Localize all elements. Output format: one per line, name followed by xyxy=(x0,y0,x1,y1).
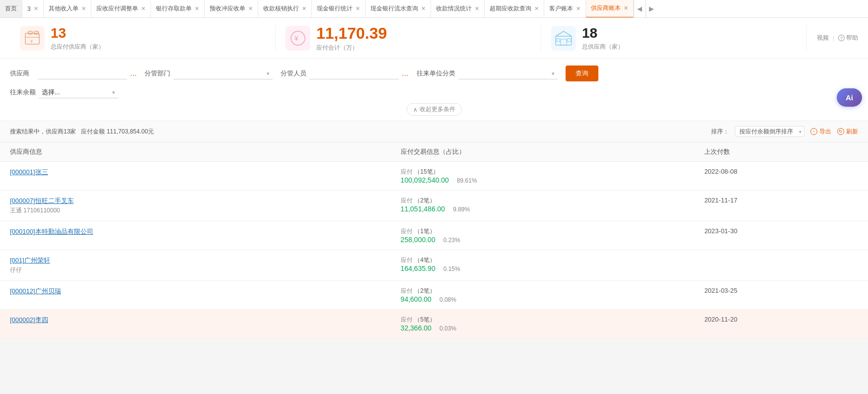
table-row: [001]广州荣轩 仔仔 应付 （4笔） 164,635.900.15% xyxy=(0,250,868,281)
amount-4: 164,635.90 xyxy=(401,264,435,272)
nav-tab-customer-book[interactable]: 客户账本 ✕ xyxy=(544,0,586,18)
supplier-info-2: [000007]恒旺二手叉车 王通 17106110000 xyxy=(0,191,391,221)
nav-tab-cash-bank-stat-label: 现金银行统计 xyxy=(317,4,353,13)
nav-tab-3-close[interactable]: ✕ xyxy=(34,5,38,12)
percent-2: 9.89% xyxy=(445,206,470,213)
stat-text-amount: 11,170.39 应付合计（万） xyxy=(316,24,531,52)
person-input[interactable] xyxy=(309,67,399,79)
sort-label-text: 排序： xyxy=(711,128,729,136)
supplier-input[interactable] xyxy=(38,67,127,79)
nav-left-arrow[interactable]: ◀ xyxy=(634,0,646,18)
sort-select[interactable]: 按应付余额倒序排序 按应付余额升序排序 按上次付款日期排序 xyxy=(735,126,804,137)
supplier-info-4: [001]广州荣轩 仔仔 xyxy=(0,250,391,281)
nav-tab-bank-deposit[interactable]: 银行存取款单 ✕ xyxy=(151,0,205,18)
percent-6: 0.03% xyxy=(432,325,456,332)
tx-label-3: 应付 xyxy=(401,228,413,235)
tx-count-1: （15笔） xyxy=(414,168,438,175)
table-row: [000002]李四 应付 （5笔） 32,366.000.03% 2020-1… xyxy=(0,310,868,338)
nav-tab-cash-bank-stat-close[interactable]: ✕ xyxy=(356,5,360,12)
lastdate-6: 2020-11-20 xyxy=(694,310,868,338)
nav-tab-overdue-query-close[interactable]: ✕ xyxy=(534,5,539,12)
nav-tab-receipt-stat-close[interactable]: ✕ xyxy=(475,5,479,12)
result-actions: 排序： 按应付余额倒序排序 按应付余额升序排序 按上次付款日期排序 ↑ 导出 ↻… xyxy=(711,126,858,137)
query-button[interactable]: 查询 xyxy=(566,66,598,81)
table-row: [000012]广州贝瑞 应付 （2笔） 94,600.000.08% 2021… xyxy=(0,281,868,310)
nav-tab-cash-bank-query[interactable]: 现金银行流水查询 ✕ xyxy=(365,0,431,18)
export-button[interactable]: ↑ 导出 xyxy=(810,128,831,136)
stats-bar: ¥ 13 总应付供应商（家） ¥ 11,170.39 应付合计（万） xyxy=(0,18,868,59)
store-icon xyxy=(551,26,576,51)
tx-info-1: 应付 （15笔） 100,092,540.0089.61% xyxy=(391,162,695,191)
nav-tab-prepay-offset[interactable]: 预收冲应收单 ✕ xyxy=(205,0,258,18)
supplier-link-1[interactable]: [000001]张三 xyxy=(10,168,48,176)
nav-tab-supplier-book[interactable]: 供应商账本 ✕ xyxy=(586,0,634,18)
balance-filter-label: 往来余额 xyxy=(10,88,36,97)
category-filter-label: 往来单位分类 xyxy=(417,69,455,78)
result-amount-text: 应付金额 111,703,854.00元 xyxy=(81,128,154,136)
nav-tab-ar-ap-adjust-close[interactable]: ✕ xyxy=(141,5,145,12)
help-link[interactable]: ? 帮助 xyxy=(838,34,858,42)
nav-tab-prepay-offset-close[interactable]: ✕ xyxy=(248,5,253,12)
nav-tab-cash-bank-query-close[interactable]: ✕ xyxy=(421,5,426,12)
nav-tab-other-income[interactable]: 其他收入单 ✕ xyxy=(44,0,91,18)
supplier-info-6: [000002]李四 xyxy=(0,310,391,338)
nav-tab-receipt-stat[interactable]: 收款情况统计 ✕ xyxy=(431,0,485,18)
supplier-link-5[interactable]: [000012]广州贝瑞 xyxy=(10,287,61,295)
table-body: [000001]张三 应付 （15笔） 100,092,540.0089.61%… xyxy=(0,162,868,338)
nav-tab-other-income-close[interactable]: ✕ xyxy=(81,5,86,12)
top-right-links: 视频 | ? 帮助 xyxy=(807,34,858,42)
supplier-sub-4: 仔仔 xyxy=(10,266,381,274)
svg-rect-10 xyxy=(568,39,571,42)
percent-3: 0.23% xyxy=(435,237,460,244)
nav-tab-home[interactable]: 首页 xyxy=(0,0,22,18)
stat-block-suppliers: ¥ 13 总应付供应商（家） xyxy=(10,25,276,51)
svg-text:?: ? xyxy=(840,36,843,41)
table-header: 供应商信息 应付交易信息（占比） 上次付数 xyxy=(0,142,868,162)
nav-right-arrow[interactable]: ▶ xyxy=(646,0,657,18)
money-icon: ¥ xyxy=(286,26,310,51)
tx-label-1: 应付 xyxy=(401,168,413,175)
nav-tab-cash-bank-stat[interactable]: 现金银行统计 ✕ xyxy=(312,0,365,18)
percent-4: 0.15% xyxy=(435,265,460,272)
nav-tab-3[interactable]: 3 ✕ xyxy=(22,0,44,18)
result-bar: 搜索结果中，供应商13家 应付金额 111,703,854.00元 排序： 按应… xyxy=(0,121,868,142)
nav-tab-bank-deposit-label: 银行存取款单 xyxy=(156,4,192,13)
table-row: [000100]本特勤油品有限公司 应付 （1笔） 258,000.000.23… xyxy=(0,221,868,250)
video-link[interactable]: 视频 xyxy=(817,34,829,42)
col-header-lastpay: 上次付数 xyxy=(694,142,868,162)
nav-tab-prepay-offset-label: 预收冲应收单 xyxy=(210,4,245,13)
supplier-link-2[interactable]: [000007]恒旺二手叉车 xyxy=(10,197,74,204)
balance-select[interactable]: 选择... xyxy=(39,86,118,98)
amount-5: 94,600.00 xyxy=(401,295,432,303)
supplier-info-5: [000012]广州贝瑞 xyxy=(0,281,391,310)
stat-block-total-suppliers: 18 总供应商（家） xyxy=(541,25,807,51)
tx-info-4: 应付 （4笔） 164,635.900.15% xyxy=(391,250,695,281)
nav-tab-overdue-query[interactable]: 超期应收款查询 ✕ xyxy=(485,0,544,18)
tx-label-4: 应付 xyxy=(401,257,413,263)
supplier-dots[interactable]: ... xyxy=(130,69,137,78)
supplier-link-4[interactable]: [001]广州荣轩 xyxy=(10,257,50,264)
nav-tab-receipt-verify[interactable]: 收款核销执行 ✕ xyxy=(258,0,312,18)
date-text-3: 2023-01-30 xyxy=(704,227,737,235)
nav-tab-ar-ap-adjust[interactable]: 应收应付调整单 ✕ xyxy=(91,0,151,18)
ai-button[interactable]: Ai xyxy=(837,88,862,107)
nav-tab-receipt-verify-close[interactable]: ✕ xyxy=(302,5,306,12)
nav-tab-supplier-book-close[interactable]: ✕ xyxy=(624,5,628,11)
svg-rect-9 xyxy=(557,39,560,42)
nav-tab-customer-book-label: 客户账本 xyxy=(549,4,573,13)
person-dots[interactable]: ... xyxy=(402,69,408,78)
nav-tab-overdue-query-label: 超期应收款查询 xyxy=(490,4,531,13)
supplier-info-3: [000100]本特勤油品有限公司 xyxy=(0,221,391,250)
category-select[interactable] xyxy=(458,67,558,79)
nav-tab-customer-book-close[interactable]: ✕ xyxy=(576,5,580,12)
nav-tab-receipt-stat-label: 收款情况统计 xyxy=(436,4,472,13)
collapse-button[interactable]: ∧ 收起更多条件 xyxy=(407,103,462,116)
supplier-link-3[interactable]: [000100]本特勤油品有限公司 xyxy=(10,228,93,235)
filter-row-1: 供应商 ... 分管部门 分管人员 ... 往来单位分类 查询 xyxy=(10,66,858,81)
svg-rect-8 xyxy=(561,39,567,45)
date-text-1: 2022-08-08 xyxy=(704,168,737,175)
supplier-link-6[interactable]: [000002]李四 xyxy=(10,316,48,324)
refresh-button[interactable]: ↻ 刷新 xyxy=(837,128,858,136)
nav-tab-bank-deposit-close[interactable]: ✕ xyxy=(195,5,199,12)
dept-select[interactable] xyxy=(173,67,273,79)
